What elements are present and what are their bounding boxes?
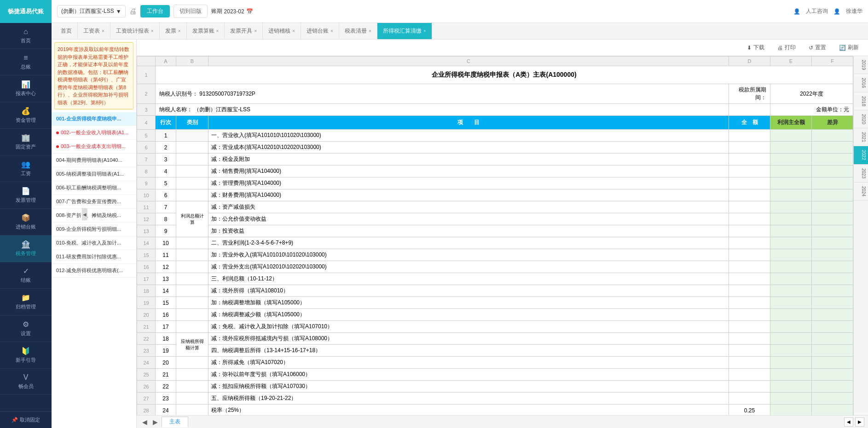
list-item-005[interactable]: 005-纳税调整项目明细表(A1... (52, 167, 136, 181)
table-row: 28 24 税率（25%） 0.25 (137, 405, 853, 416)
taxpayer-name-label: 纳税人名称： (159, 106, 192, 113)
tab-home[interactable]: 首页 (55, 23, 78, 40)
tab-invoice-open[interactable]: 发票开具 × (225, 23, 263, 40)
list-label-007: 007-广告费和业务宣传费跨... (56, 198, 121, 205)
list-label-006: 006-职工薪酬纳税调整明细... (56, 184, 121, 191)
list-item-010[interactable]: 010-免税、减计收入及加计... (52, 236, 136, 250)
list-item-001[interactable]: 001-企业所得税年度纳税申... (52, 112, 136, 126)
table-row: 23 19 四、纳税调整后所得（13-14+15-16-17+18） (137, 345, 853, 357)
sidebar-item-home[interactable]: ⌂ 首页 (0, 23, 52, 49)
close-icon[interactable]: × (369, 29, 371, 34)
sidebar-item-guide[interactable]: 🔰 新手引导 (0, 342, 52, 369)
download-icon: ⬇ (747, 45, 752, 51)
close-icon[interactable]: × (102, 29, 104, 34)
dropdown-icon: ▼ (116, 8, 122, 15)
collapse-panel-button[interactable]: ◀ (82, 208, 87, 220)
close-icon[interactable]: × (330, 29, 333, 34)
sidebar-item-sales[interactable]: 📦 进销台账 (0, 209, 52, 235)
tab-income-tax[interactable]: 所得税汇算清缴 × (377, 23, 432, 40)
sidebar-item-settle[interactable]: ✓ 结账 (0, 262, 52, 289)
sidebar-item-ledger[interactable]: ≡ 总账 (0, 49, 52, 75)
sidebar-item-fund[interactable]: 💰 资金管理 (0, 102, 52, 129)
year-nav-2023[interactable]: 2023 (854, 165, 868, 183)
sidebar-label-member: 畅会员 (18, 383, 34, 390)
table-row: 18 14 减：境外所得（填写A108010） (137, 285, 853, 297)
switch-button[interactable]: 切到旧版 (174, 5, 208, 18)
close-icon-active[interactable]: × (423, 29, 426, 34)
list-item-003[interactable]: 003-一般企业成本支出明细... (52, 140, 136, 154)
close-icon[interactable]: × (254, 29, 257, 34)
refresh-button[interactable]: 🔄 刷新 (835, 42, 862, 53)
sidebar-item-tax[interactable]: 🏦 税务管理 (0, 235, 52, 262)
sidebar-item-invoice[interactable]: 📄 发票管理 (0, 182, 52, 209)
year-nav-2018[interactable]: 2018 (854, 92, 868, 110)
close-icon[interactable]: × (216, 29, 219, 34)
unpin-button[interactable]: 📌 取消固定 (0, 411, 52, 428)
tab-payroll[interactable]: 工资表 × (78, 23, 110, 40)
workbench-button[interactable]: 工作台 (140, 5, 170, 17)
tab-tax-list[interactable]: 税表清册 × (339, 23, 377, 40)
list-item-009[interactable]: 009-企业所得税附亏损明细... (52, 223, 136, 236)
table-row: 15 11 加：营业外收入(填写A101010\101020\103000) (137, 249, 853, 261)
sidebar-item-payroll[interactable]: 👥 工资 (0, 155, 52, 182)
list-item-006[interactable]: 006-职工薪酬纳税调整明细... (52, 181, 136, 195)
close-icon[interactable]: × (178, 29, 181, 34)
list-item-008[interactable]: 008-资产折旧、摊销及纳税... (52, 209, 136, 223)
print-icon: 🖨 (777, 45, 783, 51)
scroll-left-button[interactable]: ◀ (844, 417, 853, 427)
table-row: 26 22 减：抵扣应纳税所得额（填写A107030） (137, 381, 853, 393)
year-nav: 2019 2016 2018 2020 2021 2022 2023 2024 (853, 56, 868, 415)
print-label: 打印 (785, 44, 796, 51)
year-nav-2024[interactable]: 2024 (854, 183, 868, 200)
year-nav-2020[interactable]: 2020 (854, 110, 868, 128)
scroll-right-button[interactable]: ▶ (855, 417, 864, 427)
tab-payroll-report[interactable]: 工资统计报表 × (110, 23, 160, 40)
main-content: (勿删）江西服宝-LSS ▼ 🖨 工作台 切到旧版 账期 2023-02 📅 👤… (52, 0, 868, 428)
app-logo: 畅捷通易代账 (0, 0, 52, 23)
year-nav-2019[interactable]: 2019 (854, 56, 868, 74)
list-item-002[interactable]: 002-一般企业收入明细表(A1... (52, 126, 136, 140)
tab-purchase-check[interactable]: 进销稽核 × (263, 23, 301, 40)
table-row: 12 8 加：公允价值变动收益 (137, 213, 853, 225)
tab-invoice[interactable]: 发票 × (160, 23, 187, 40)
list-item-012[interactable]: 012-减免所得税优惠明细表(... (52, 264, 136, 278)
sidebar-label-assets: 固定资产 (16, 143, 36, 150)
sidebar-item-assets[interactable]: 🏢 固定资产 (0, 129, 52, 155)
list-item-004[interactable]: 004-期间费用明细表(A1040... (52, 154, 136, 167)
tab-invoice-calc[interactable]: 发票算账 × (187, 23, 225, 40)
list-label-004: 004-期间费用明细表(A1040... (56, 157, 122, 164)
list-item-007[interactable]: 007-广告费和业务宣传费跨... (52, 195, 136, 209)
print-icon: 🖨 (129, 7, 137, 16)
currency-label: 金额单位：元 (816, 106, 849, 113)
sidebar-item-member[interactable]: V 畅会员 (0, 369, 52, 395)
list-label-001: 001-企业所得税年度纳税申... (56, 115, 121, 122)
table-row: 19 15 加：纳税调整增加额（填写A105000） (137, 297, 853, 309)
sheet-tab-main[interactable]: 主表 (162, 417, 188, 427)
close-icon[interactable]: × (292, 29, 295, 34)
list-label-012: 012-减免所得税优惠明细表(... (56, 267, 123, 274)
prev-sheet-button[interactable]: ◀ (140, 418, 149, 426)
sidebar-item-settings[interactable]: ⚙ 设置 (0, 315, 52, 342)
next-sheet-button[interactable]: ▶ (151, 418, 160, 426)
close-icon[interactable]: × (151, 29, 154, 34)
year-nav-2021[interactable]: 2021 (854, 128, 868, 146)
top-bar: (勿删）江西服宝-LSS ▼ 🖨 工作台 切到旧版 账期 2023-02 📅 👤… (52, 0, 868, 23)
tab-label-home: 首页 (61, 27, 72, 35)
company-name: (勿删）江西服宝-LSS (61, 7, 114, 15)
table-row: 27 23 五、应纳税所得额（19-20-21-22） (137, 393, 853, 405)
scroll-controls: ◀ ▶ (844, 417, 864, 427)
year-nav-2022[interactable]: 2022 (854, 146, 868, 164)
sidebar-item-report[interactable]: 📊 报表中心 (0, 75, 52, 102)
report-icon: 📊 (21, 80, 30, 89)
list-item-011[interactable]: 011-研发费用加计扣除优惠... (52, 250, 136, 264)
refresh-icon: 🔄 (839, 45, 846, 51)
sidebar-item-archive[interactable]: 📁 归档管理 (0, 289, 52, 315)
sidebar-label-fund: 资金管理 (16, 117, 36, 124)
tab-label-payroll-report: 工资统计报表 (116, 27, 149, 35)
reset-button[interactable]: ↺ 置置 (805, 42, 830, 53)
company-selector[interactable]: (勿删）江西服宝-LSS ▼ (57, 5, 126, 17)
download-button[interactable]: ⬇ 下载 (743, 42, 768, 53)
print-button[interactable]: 🖨 打印 (774, 42, 799, 53)
tab-purchase-ledger[interactable]: 进销台账 × (301, 23, 339, 40)
year-nav-2016[interactable]: 2016 (854, 74, 868, 92)
